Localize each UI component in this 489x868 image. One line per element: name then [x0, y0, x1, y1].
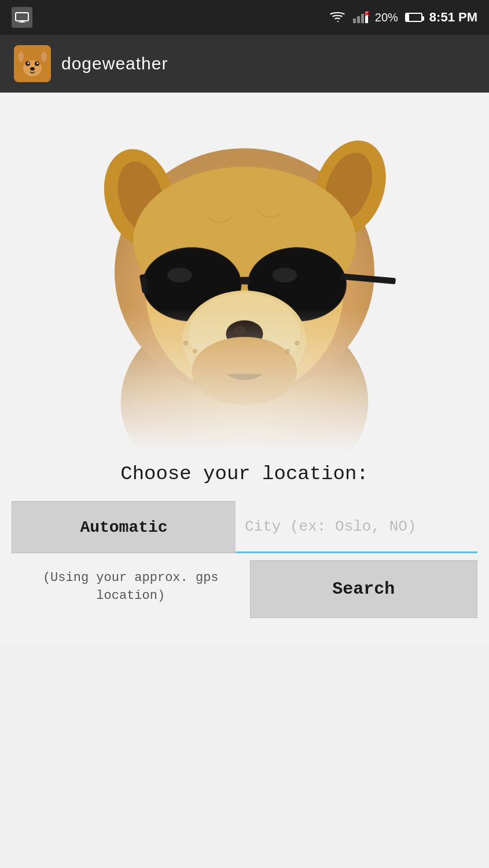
- signal-icon: ✕: [353, 12, 368, 23]
- svg-point-12: [37, 62, 39, 64]
- location-section: Choose your location: Automatic (Using y…: [0, 451, 489, 618]
- battery-percentage: 20%: [375, 11, 398, 24]
- screen-icon: [12, 7, 32, 28]
- svg-point-13: [30, 67, 35, 71]
- status-time: 8:51 PM: [429, 10, 477, 25]
- app-logo: [14, 45, 51, 82]
- doge-logo-icon: [15, 46, 50, 81]
- location-controls: Automatic: [12, 501, 477, 553]
- city-input[interactable]: [245, 518, 468, 535]
- search-button[interactable]: Search: [250, 560, 478, 618]
- city-input-container: [236, 501, 477, 553]
- app-title: dogeweather: [61, 54, 168, 73]
- doge-image: [0, 93, 489, 451]
- battery-icon: [405, 13, 422, 22]
- status-bar: ✕ 20% 8:51 PM: [0, 0, 489, 35]
- app-bar: dogeweather: [0, 35, 489, 93]
- svg-point-11: [28, 62, 30, 64]
- main-content: Choose your location: Automatic (Using y…: [0, 93, 489, 641]
- wifi-icon: [329, 10, 346, 24]
- automatic-note: (Using your approx. gps location): [12, 560, 250, 618]
- svg-rect-1: [20, 21, 24, 22]
- status-right: ✕ 20% 8:51 PM: [329, 10, 477, 25]
- svg-rect-2: [19, 22, 25, 23]
- search-row: (Using your approx. gps location) Search: [12, 560, 477, 618]
- svg-point-7: [41, 52, 47, 62]
- automatic-button[interactable]: Automatic: [12, 501, 236, 553]
- svg-rect-40: [84, 93, 406, 451]
- status-bar-left: [12, 7, 32, 28]
- doge-container: [0, 93, 489, 451]
- choose-location-heading: Choose your location:: [120, 463, 368, 485]
- svg-rect-0: [16, 13, 28, 21]
- svg-point-6: [18, 52, 24, 62]
